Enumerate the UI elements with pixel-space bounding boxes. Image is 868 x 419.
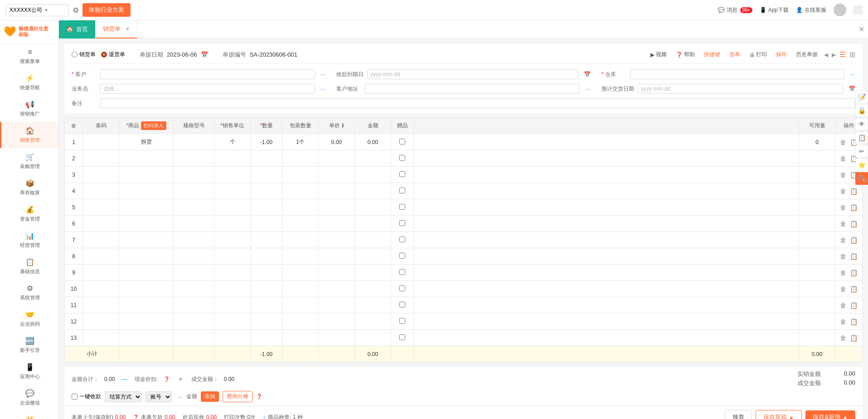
sidebar-item-apps[interactable]: 📱 应用中心 bbox=[0, 358, 58, 385]
close-window-icon[interactable]: ✕ bbox=[858, 25, 864, 34]
th-settings[interactable]: ⚙ bbox=[65, 118, 83, 134]
abandon-button[interactable]: 放弃 bbox=[725, 410, 752, 419]
gift-checkbox-5[interactable] bbox=[399, 204, 405, 210]
payment-due-input[interactable] bbox=[367, 69, 578, 79]
sales-radio[interactable]: 销货单 bbox=[72, 51, 96, 58]
tab-close-icon[interactable]: ✕ bbox=[125, 26, 130, 32]
print-btn[interactable]: 🖨 打印 bbox=[747, 49, 770, 60]
float-btn-star[interactable]: ⭐ bbox=[855, 159, 868, 171]
industry-solution-button[interactable]: 体验行业方案 bbox=[82, 3, 131, 17]
nav-prev-icon[interactable]: ◀ bbox=[824, 52, 828, 58]
float-btn-tool[interactable]: 🔧 bbox=[855, 172, 868, 185]
debt-help-icon[interactable]: ❓ bbox=[133, 414, 139, 419]
gift-checkbox-12[interactable] bbox=[399, 318, 405, 324]
gift-checkbox-3[interactable] bbox=[399, 171, 405, 177]
copy-btn-7[interactable]: 📋 bbox=[849, 236, 858, 245]
copy-btn-5[interactable]: 📋 bbox=[849, 203, 858, 212]
delete-btn-4[interactable]: 🗑 bbox=[839, 187, 847, 196]
remarks-input[interactable] bbox=[100, 98, 855, 108]
sidebar-item-inventory[interactable]: 📦 库存核算 bbox=[0, 174, 58, 201]
customer-addr-dots-icon[interactable]: ··· bbox=[585, 85, 591, 92]
date-value[interactable]: 2023-06-06 bbox=[167, 51, 197, 58]
delivery-date-calendar-icon[interactable]: 📅 bbox=[849, 86, 855, 92]
customer-addr-input[interactable] bbox=[365, 84, 580, 94]
copy-btn-10[interactable]: 📋 bbox=[849, 284, 858, 294]
gift-checkbox-4[interactable] bbox=[399, 188, 405, 193]
float-btn-view[interactable]: 👁 bbox=[855, 118, 868, 130]
message-button[interactable]: 💬 消息 99+ bbox=[718, 6, 752, 14]
delete-btn-3[interactable]: 🗑 bbox=[839, 170, 847, 179]
delete-btn-13[interactable]: 🗑 bbox=[839, 333, 847, 342]
online-service-button[interactable]: 👤 在线客服 bbox=[796, 6, 826, 14]
delete-btn-10[interactable]: 🗑 bbox=[839, 284, 847, 294]
delete-btn-9[interactable]: 🗑 bbox=[839, 268, 847, 277]
sidebar-item-system[interactable]: ⚙ 系统管理 bbox=[0, 279, 58, 306]
one-click-checkbox[interactable] bbox=[72, 394, 78, 400]
gift-checkbox-9[interactable] bbox=[399, 269, 405, 275]
tab-home[interactable]: 🏠 首页 bbox=[59, 20, 96, 39]
sidebar-item-wechat[interactable]: 💬 企业微信 bbox=[0, 385, 58, 411]
add-payment-button[interactable]: 添加 bbox=[201, 391, 219, 402]
scan-button[interactable]: 扫码录入 bbox=[141, 121, 166, 130]
barcode-input-1[interactable] bbox=[86, 138, 116, 147]
copy-btn-6[interactable]: 📋 bbox=[849, 219, 858, 228]
sidebar-item-guide[interactable]: 🆕 新手引导 bbox=[0, 332, 58, 358]
gift-checkbox-6[interactable] bbox=[399, 220, 405, 226]
sidebar-item-member[interactable]: 👑 畅会员 bbox=[0, 411, 58, 419]
expense-help-icon[interactable]: ❓ bbox=[256, 394, 262, 400]
help-btn[interactable]: ❓ 帮助 bbox=[673, 49, 698, 60]
view-list-icon[interactable]: ☰ bbox=[839, 50, 846, 59]
gift-checkbox-11[interactable] bbox=[399, 302, 405, 308]
shortcut-btn[interactable]: 快捷键 bbox=[701, 49, 723, 60]
calendar-icon[interactable]: 📅 bbox=[201, 51, 208, 58]
copy-btn-8[interactable]: 📋 bbox=[849, 252, 858, 261]
delivery-date-input[interactable] bbox=[638, 84, 843, 94]
sidebar-item-marketing[interactable]: 📢 营销推广 bbox=[0, 96, 58, 122]
customer-input[interactable] bbox=[100, 69, 315, 79]
help-icon-small[interactable]: ❓ bbox=[164, 376, 170, 382]
spec-input-1[interactable] bbox=[176, 138, 211, 147]
warehouse-dots-icon[interactable]: ··· bbox=[850, 71, 855, 78]
account-dots-icon[interactable]: ··· bbox=[177, 393, 183, 400]
delete-btn-8[interactable]: 🗑 bbox=[839, 252, 847, 261]
sidebar-item-basic[interactable]: 📋 基础信息 bbox=[0, 253, 58, 279]
select-order-btn[interactable]: 选单 bbox=[727, 49, 743, 60]
customer-dots-icon[interactable]: ··· bbox=[320, 71, 326, 78]
sidebar-item-capital[interactable]: 💰 资金管理 bbox=[0, 201, 58, 227]
delete-btn-7[interactable]: 🗑 bbox=[839, 236, 847, 245]
delete-btn-5[interactable]: 🗑 bbox=[839, 203, 847, 212]
float-btn-clipboard[interactable]: 📋 bbox=[855, 131, 868, 144]
save-draft-button[interactable]: 保存草稿 ▲ bbox=[756, 410, 802, 419]
sidebar-item-quick[interactable]: ⚡ 快捷导航 bbox=[0, 69, 58, 96]
gift-checkbox-1[interactable] bbox=[399, 139, 405, 144]
copy-btn-9[interactable]: 📋 bbox=[849, 268, 858, 277]
sidebar-item-sales[interactable]: 🏠 销售管理 bbox=[0, 122, 58, 148]
copy-btn-11[interactable]: 📋 bbox=[849, 301, 858, 310]
calc-method-select[interactable]: 结算方式 bbox=[105, 391, 142, 402]
history-btn[interactable]: 历史单据 bbox=[793, 49, 820, 60]
view-grid-icon[interactable]: ⊞ bbox=[849, 50, 855, 59]
float-btn-pencil[interactable]: ✏ bbox=[855, 145, 868, 158]
video-btn[interactable]: ▶ 视频 bbox=[648, 49, 669, 60]
float-btn-edit[interactable]: 📝 bbox=[855, 91, 868, 103]
sidebar-item-operations[interactable]: 📊 经营管理 bbox=[0, 227, 58, 253]
delete-btn-1[interactable]: 🗑 bbox=[839, 138, 847, 147]
product-type-item[interactable]: ○ 商品种类: 1 种 bbox=[263, 414, 303, 419]
gift-checkbox-8[interactable] bbox=[399, 253, 405, 259]
gift-checkbox-13[interactable] bbox=[399, 334, 405, 340]
copy-btn-12[interactable]: 📋 bbox=[849, 317, 858, 326]
one-click-payment-label[interactable]: 一键收款 bbox=[72, 393, 101, 400]
salesperson-input[interactable] bbox=[100, 84, 315, 94]
delete-btn-12[interactable]: 🗑 bbox=[839, 317, 847, 326]
company-selector[interactable]: XXXXXX公司 ▼ bbox=[5, 4, 69, 16]
return-radio[interactable]: 退货单 bbox=[101, 51, 125, 58]
nav-next-icon[interactable]: ▶ bbox=[832, 52, 836, 58]
copy-btn-13[interactable]: 📋 bbox=[849, 333, 858, 342]
warehouse-input[interactable]: 建材仓 bbox=[630, 69, 845, 79]
gear-settings-icon[interactable]: ⚙ bbox=[73, 6, 79, 14]
copy-btn-4[interactable]: 📋 bbox=[849, 187, 858, 196]
account-select[interactable]: 账号 bbox=[145, 391, 172, 402]
float-btn-lock[interactable]: 🔒 bbox=[855, 104, 868, 117]
delete-btn-6[interactable]: 🗑 bbox=[839, 219, 847, 228]
gift-checkbox-10[interactable] bbox=[399, 285, 405, 291]
